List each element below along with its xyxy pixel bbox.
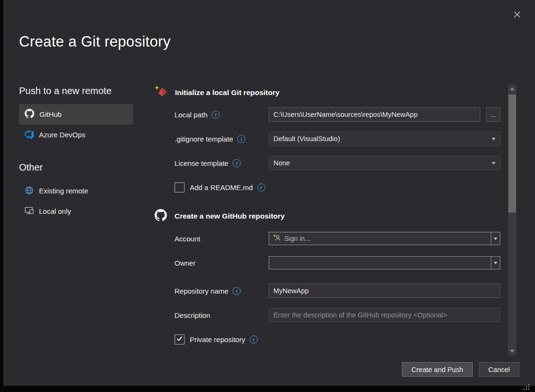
account-row: Account Sign in... [175, 231, 500, 246]
add-readme-checkbox[interactable] [175, 182, 185, 192]
info-icon[interactable] [237, 135, 245, 143]
resize-grip[interactable] [523, 383, 530, 392]
license-row: License template None [175, 156, 500, 170]
checkmark-icon [176, 335, 183, 344]
remote-target-sidebar: Push to a new remote GitHub Azure DevOps… [19, 86, 133, 221]
close-icon [514, 11, 521, 19]
scroll-up-button[interactable] [508, 85, 516, 93]
gitignore-dropdown[interactable]: Default (VisualStudio) [269, 132, 500, 146]
description-input[interactable] [269, 308, 500, 322]
scroll-down-button[interactable] [508, 347, 516, 355]
dialog-footer: Create and Push Cancel [402, 362, 519, 377]
gitignore-label: .gitignore template [175, 135, 233, 143]
init-local-repo-heading-row: Initialize a local Git repository [155, 86, 500, 99]
description-row: Description [175, 308, 500, 322]
private-repository-checkbox[interactable] [175, 335, 185, 344]
azure-devops-icon [25, 130, 34, 140]
license-dropdown[interactable]: None [269, 156, 500, 170]
sign-in-person-icon [273, 234, 281, 243]
gitignore-row: .gitignore template Default (VisualStudi… [175, 132, 500, 146]
owner-combo[interactable] [269, 256, 500, 269]
close-button[interactable] [510, 9, 524, 22]
account-dropdown-button[interactable] [491, 232, 500, 245]
readme-row: Add a README.md [175, 180, 500, 194]
repository-name-input[interactable] [269, 284, 500, 298]
add-readme-label: Add a README.md [190, 183, 253, 191]
info-icon[interactable] [257, 183, 265, 191]
push-remote-heading: Push to a new remote [19, 86, 133, 96]
account-value: Sign in... [284, 235, 310, 242]
sidebar-item-github[interactable]: GitHub [19, 104, 133, 124]
repository-name-label: Repository name [175, 287, 228, 295]
create-and-push-button[interactable]: Create and Push [402, 362, 473, 377]
sidebar-item-label: Azure DevOps [39, 131, 86, 139]
gitignore-selected-value: Default (VisualStudio) [273, 135, 340, 143]
vertical-scrollbar[interactable] [508, 85, 516, 355]
owner-row: Owner [175, 256, 500, 270]
account-label: Account [175, 235, 200, 243]
local-path-input[interactable] [269, 107, 480, 122]
sidebar-item-label: Existing remote [39, 187, 88, 195]
info-icon[interactable] [233, 159, 241, 167]
license-label: License template [175, 159, 228, 167]
create-git-repository-dialog: Create a Git repository Push to a new re… [3, 0, 535, 386]
sidebar-item-label: GitHub [39, 110, 62, 118]
github-icon [25, 109, 34, 120]
github-icon [155, 209, 167, 223]
computer-icon [25, 207, 34, 216]
owner-dropdown-button[interactable] [491, 257, 500, 269]
license-selected-value: None [273, 159, 290, 167]
repository-name-row: Repository name [175, 284, 500, 298]
cancel-button[interactable]: Cancel [479, 362, 519, 377]
description-label: Description [175, 311, 210, 319]
chevron-down-icon [492, 138, 496, 140]
private-repository-label: Private repository [190, 335, 245, 344]
local-path-label: Local path [175, 111, 207, 119]
scroll-up-icon [510, 87, 515, 90]
globe-icon [25, 186, 34, 196]
local-path-row: Local path ... [175, 107, 500, 122]
repository-form: Initialize a local Git repository Local … [155, 86, 500, 356]
browse-button[interactable]: ... [486, 107, 500, 122]
dialog-title: Create a Git repository [19, 33, 171, 50]
scroll-down-icon [510, 350, 515, 353]
info-icon[interactable] [212, 111, 220, 119]
chevron-down-icon [494, 238, 497, 240]
sidebar-item-local-only[interactable]: Local only [19, 201, 133, 221]
info-icon[interactable] [250, 335, 258, 344]
info-icon[interactable] [233, 287, 241, 295]
sidebar-item-existing-remote[interactable]: Existing remote [19, 181, 133, 201]
private-repo-row: Private repository [175, 332, 500, 346]
chevron-down-icon [492, 162, 496, 164]
chevron-down-icon [494, 262, 497, 264]
account-combo[interactable]: Sign in... [269, 232, 500, 245]
section-heading-init-local: Initialize a local Git repository [175, 88, 280, 97]
sidebar-item-label: Local only [39, 207, 71, 215]
scrollbar-thumb[interactable] [508, 95, 516, 212]
create-github-repo-heading-row: Create a new GitHub repository [155, 209, 500, 223]
other-heading: Other [19, 162, 133, 173]
section-heading-create-github: Create a new GitHub repository [175, 212, 285, 220]
new-repository-icon [155, 86, 167, 99]
owner-label: Owner [175, 259, 195, 267]
sidebar-item-azure-devops[interactable]: Azure DevOps [19, 124, 133, 145]
